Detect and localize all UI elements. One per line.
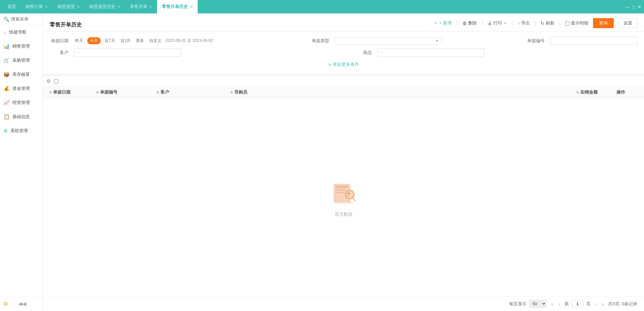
system-icon: ⚙ xyxy=(3,128,8,134)
sort-icon-guide: ⇅ xyxy=(230,91,233,94)
sidebar-search[interactable]: 🔍 搜索采单 xyxy=(0,13,43,25)
customer-ellipsis-icon: ··· xyxy=(77,50,81,55)
sort-icon-num: ⇅ xyxy=(96,91,99,94)
tab-home-label: 首页 xyxy=(7,4,16,10)
col-header-customer[interactable]: ⇅ 客户 xyxy=(154,89,228,95)
sep3: | xyxy=(511,20,513,26)
sidebar-search-label: 搜索采单 xyxy=(11,16,29,22)
sidebar-item-inventory[interactable]: 📦 库存核算 xyxy=(0,67,43,82)
collapse-filter-label: 收起更多条件 xyxy=(333,61,359,67)
page-actions: ＋ + 新增 | 🗑 删除 | 🖨 打印 ▼ | ↑ 导出 xyxy=(434,18,637,32)
print-button[interactable]: 🖨 打印 ▼ xyxy=(488,20,507,26)
tab-sales-return-close[interactable]: ✕ xyxy=(77,5,80,9)
search-icon: 🔍 xyxy=(3,16,9,22)
add-button[interactable]: ＋ + 新增 xyxy=(434,20,452,26)
col-header-date[interactable]: ⇅ 单据日期 xyxy=(46,89,93,95)
table-select-all-checkbox[interactable] xyxy=(54,79,58,84)
tab-sales-return[interactable]: 销货退货 ✕ xyxy=(53,0,85,13)
settings-button[interactable]: 设置 xyxy=(618,18,637,28)
sidebar-item-finance[interactable]: 💰 资金管理 xyxy=(0,82,43,96)
sidebar-item-operations[interactable]: 📈 经营管理 xyxy=(0,96,43,110)
total-info: 共0页, 0条记录 xyxy=(608,301,637,307)
refresh-button[interactable]: ↻ 刷新 xyxy=(541,20,554,26)
tab-sales-return-history-close[interactable]: ✕ xyxy=(117,5,120,9)
date-opt-custom[interactable]: 自定义 xyxy=(148,37,163,44)
close-btn[interactable]: ✕ xyxy=(638,4,641,9)
date-opt-7days[interactable]: 近7天 xyxy=(103,37,116,44)
sidebar-item-sales-mgmt[interactable]: 📊 销售管理 xyxy=(0,39,43,53)
customer-input[interactable]: ··· xyxy=(74,48,181,57)
tab-sales-order-close[interactable]: ✕ xyxy=(45,5,48,9)
col-amount-label: 实销金额 xyxy=(580,89,598,95)
sales-icon: 📊 xyxy=(3,43,10,49)
doc-num-input[interactable] xyxy=(550,37,637,45)
col-ops-label: 操作 xyxy=(616,89,625,95)
date-opt-today[interactable]: 今天 xyxy=(87,37,101,44)
date-options: 昨天 今天 近7天 近1月 更多 自定义 2023-06-02 至 2023-0… xyxy=(74,37,213,44)
query-button[interactable]: 查询 xyxy=(593,18,614,28)
tab-retail-open-history[interactable]: 零售开单历史 ✕ xyxy=(157,0,198,13)
svg-rect-2 xyxy=(335,186,349,188)
window-controls: — □ ✕ xyxy=(625,4,641,9)
sidebar-item-operations-label: 经营管理 xyxy=(12,100,30,106)
delete-icon: 🗑 xyxy=(462,21,467,26)
minimize-btn[interactable]: — xyxy=(625,4,630,9)
top-nav: 首页 销售订单 ✕ 销货退货 ✕ 销货退货历史 ✕ 零售开单 ✕ 零售开单历史 … xyxy=(0,0,644,13)
maximize-btn[interactable]: □ xyxy=(632,4,635,9)
date-opt-1month[interactable]: 近1月 xyxy=(119,37,132,44)
page-input[interactable] xyxy=(572,300,584,307)
tab-sales-order-label: 销售订单 xyxy=(26,4,43,10)
col-header-ops: 操作 xyxy=(614,89,641,95)
goods-label: 商品 xyxy=(353,50,372,56)
finance-icon: 💰 xyxy=(3,86,10,92)
settings-gear-icon[interactable]: ⚙ xyxy=(3,301,8,307)
tab-sales-return-history[interactable]: 销货退货历史 ✕ xyxy=(85,0,125,13)
first-page-btn[interactable]: « xyxy=(549,301,555,307)
goods-input[interactable]: ··· xyxy=(377,48,485,57)
export-button[interactable]: ↑ 导出 xyxy=(517,20,530,26)
date-opt-more[interactable]: 更多 xyxy=(135,37,145,44)
display-detail-toggle[interactable]: 显示明细 xyxy=(565,20,588,26)
table-header: ⇅ 单据日期 ⇅ 单据编号 ⇅ 客户 ⇅ 导购员 ⇅ 实销 xyxy=(43,87,644,98)
per-page-label: 每页显示 xyxy=(509,301,527,307)
display-detail-checkbox[interactable] xyxy=(565,21,569,25)
tab-home[interactable]: 首页 xyxy=(3,0,21,13)
sidebar-item-purchase-mgmt[interactable]: 🛒 采购管理 xyxy=(0,53,43,67)
delete-button[interactable]: 🗑 删除 xyxy=(462,20,477,26)
basic-info-icon: 📋 xyxy=(3,114,10,120)
svg-rect-4 xyxy=(335,192,345,193)
tab-retail-open-close[interactable]: ✕ xyxy=(149,5,152,9)
table-settings-icon[interactable]: ⚙ xyxy=(46,78,51,84)
goods-ellipsis-icon: ··· xyxy=(380,50,384,55)
col-header-guide[interactable]: ⇅ 导购员 xyxy=(228,89,275,95)
content-area: 零售开单历史 ＋ + 新增 | 🗑 删除 | 🖨 打印 ▼ | xyxy=(43,13,644,311)
sidebar-collapse-icon[interactable]: ◀◀ xyxy=(18,301,26,307)
sidebar-item-basic-info-label: 基础信息 xyxy=(12,114,30,120)
col-header-amount[interactable]: ⇅ 实销金额 xyxy=(574,89,614,95)
print-icon: 🖨 xyxy=(488,21,492,26)
tab-sales-order[interactable]: 销售订单 ✕ xyxy=(21,0,53,13)
sep2: | xyxy=(482,20,483,26)
doc-num-label: 单据编号 xyxy=(526,38,545,44)
refresh-label: 刷新 xyxy=(546,20,554,26)
tab-retail-open-history-label: 零售开单历史 xyxy=(162,4,188,10)
col-customer-label: 客户 xyxy=(160,89,169,95)
filter-row-date: 单据日期 昨天 今天 近7天 近1月 更多 自定义 2023-06-02 至 2… xyxy=(50,37,637,45)
date-opt-yesterday[interactable]: 昨天 xyxy=(74,37,85,44)
svg-point-8 xyxy=(348,193,350,195)
sep4: | xyxy=(535,20,536,26)
last-page-btn[interactable]: » xyxy=(600,301,606,307)
per-page-select[interactable]: 50 20 100 xyxy=(529,300,547,308)
collapse-filter-btn[interactable]: ∧ 收起更多条件 xyxy=(328,60,359,69)
doc-type-select[interactable]: ▼ xyxy=(335,37,442,45)
prev-page-btn[interactable]: ‹ xyxy=(557,301,562,307)
next-page-btn[interactable]: › xyxy=(593,301,598,307)
tab-retail-open[interactable]: 零售开单 ✕ xyxy=(125,0,157,13)
sidebar-item-quick-nav[interactable]: ⌂ 快捷导航 xyxy=(0,25,43,39)
tab-retail-open-history-close[interactable]: ✕ xyxy=(190,5,193,9)
sidebar-item-system[interactable]: ⚙ 系统管理 xyxy=(0,124,43,138)
sort-icon-amount: ⇅ xyxy=(576,91,579,94)
sidebar-item-basic-info[interactable]: 📋 基础信息 xyxy=(0,110,43,124)
page-label: 第 xyxy=(564,301,569,307)
col-header-num[interactable]: ⇅ 单据编号 xyxy=(93,89,154,95)
